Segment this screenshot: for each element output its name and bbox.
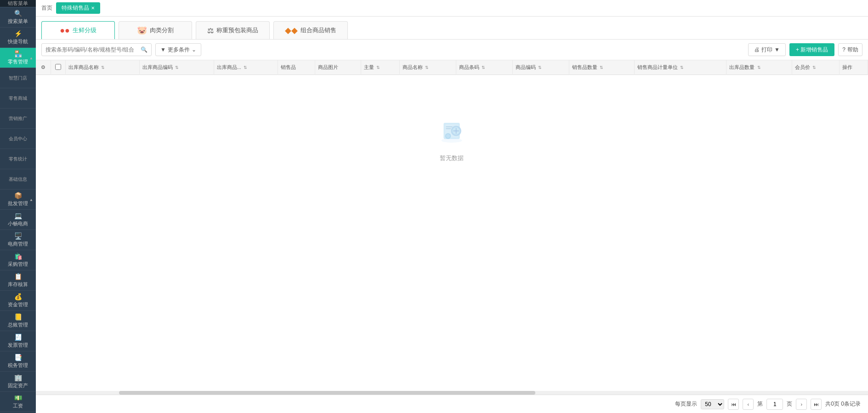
sidebar-item-search[interactable]: 🔍 搜索菜单 (0, 7, 36, 28)
tab-meat-cut[interactable]: 🐷 肉类分割 (119, 21, 192, 39)
purchase-icon: 🛍️ (14, 252, 22, 260)
invoice-icon: 🧾 (14, 333, 22, 341)
sidebar-item-quick[interactable]: ⚡ 快捷导航 (0, 28, 36, 48)
page-label-suffix: 页 (787, 400, 792, 408)
th-sale-qty-label: 销售品数量 (572, 64, 597, 70)
sort-icon-3: ⇅ (244, 65, 247, 70)
search-box[interactable]: 🔍 (41, 43, 152, 56)
page-number-input[interactable] (766, 399, 783, 410)
sort-icon-4: ⇅ (376, 65, 380, 70)
sidebar-item-label: 总账管理 (8, 321, 28, 328)
th-sale-qty[interactable]: 销售品数量 ⇅ (569, 60, 634, 75)
sidebar-item-ecom-mgmt[interactable]: 🖥️ 电商管理 (0, 230, 36, 250)
print-icon: 🖨 (754, 46, 760, 53)
toolbar-right: 🖨 打印 ▼ + 新增销售品 ? 帮助 (748, 43, 862, 56)
last-page-button[interactable]: ⏭ (811, 399, 822, 410)
th-checkbox[interactable] (51, 60, 65, 75)
next-page-button[interactable]: › (796, 399, 807, 410)
tab-close-icon[interactable]: ✕ (91, 6, 95, 11)
sidebar-item-basic-info-1[interactable]: 基础信息 (0, 169, 36, 189)
sidebar-item-marketing[interactable]: 营销推广 (0, 109, 36, 129)
fresh-grade-icon: ●● (60, 26, 70, 35)
th-sale-item-label: 销售品 (281, 64, 296, 70)
weight-package-icon: ⚖ (207, 26, 214, 35)
search-menu-icon: 🔍 (14, 10, 22, 17)
th-out-item[interactable]: 出库商品... ⇅ (214, 60, 278, 75)
sidebar-item-tax[interactable]: 📑 税务管理 (0, 351, 36, 372)
tab-fresh-grade[interactable]: ●● 生鲜分级 (41, 21, 115, 39)
th-out-qty-label: 出库品数量 (729, 64, 755, 70)
tab-weight-package[interactable]: ⚖ 称重预包装商品 (196, 21, 270, 39)
prev-page-button[interactable]: ‹ (743, 399, 754, 410)
sidebar-item-retail-stats[interactable]: 零售统计 (0, 149, 36, 169)
main-content: 首页 特殊销售品 ✕ ●● 生鲜分级 🐷 肉类分割 ⚖ 称重预包装商品 ◆◆ 组… (36, 0, 868, 413)
home-tab[interactable]: 首页 (41, 4, 52, 12)
sidebar-item-mall[interactable]: 零售商城 (0, 88, 36, 109)
tab-combo-sales[interactable]: ◆◆ 组合商品销售 (273, 21, 348, 39)
sort-icon-9: ⇅ (680, 65, 684, 70)
horizontal-scrollbar[interactable] (36, 391, 868, 395)
sidebar-item-member[interactable]: 会员中心 (0, 129, 36, 149)
tab-weight-package-label: 称重预包装商品 (216, 26, 258, 34)
th-sale-unit[interactable]: 销售商品计量单位 ⇅ (635, 60, 726, 75)
fixed-assets-icon: 🏢 (14, 374, 22, 381)
th-out-name[interactable]: 出库商品名称 ⇅ (65, 60, 140, 75)
th-goods-code[interactable]: 商品编码 ⇅ (512, 60, 569, 75)
top-bar: 首页 特殊销售品 ✕ (36, 0, 868, 17)
table-header-row: ⚙ 出库商品名称 ⇅ 出库商品编码 ⇅ 出库商品... ⇅ (36, 60, 868, 75)
search-icon[interactable]: 🔍 (141, 46, 148, 53)
sidebar-item-inventory[interactable]: 📋 库存核算 (0, 270, 36, 291)
sidebar-item-label: 税务管理 (8, 362, 28, 369)
sidebar-item-fixed-assets[interactable]: 🏢 固定资产 (0, 372, 36, 392)
quick-nav-icon: ⚡ (14, 30, 22, 37)
th-member-price[interactable]: 会员价 ⇅ (792, 60, 840, 75)
special-sales-tab[interactable]: 特殊销售品 ✕ (56, 2, 100, 14)
th-goods-code-label: 商品编码 (516, 64, 536, 70)
scrollbar-thumb[interactable] (119, 391, 535, 395)
th-goods-name[interactable]: 商品名称 ⇅ (399, 60, 456, 75)
tab-meat-cut-label: 肉类分割 (150, 26, 174, 34)
sidebar-item-purchase[interactable]: 🛍️ 采购管理 (0, 250, 36, 270)
finance-icon: 💰 (14, 293, 22, 300)
th-weight[interactable]: 主量 ⇅ (361, 60, 399, 75)
th-barcode[interactable]: 商品条码 ⇅ (456, 60, 512, 75)
filter-button[interactable]: ▼ 更多条件 ⌄ (155, 43, 201, 56)
th-out-code[interactable]: 出库商品编码 ⇅ (140, 60, 214, 75)
page-label-prefix: 第 (757, 400, 763, 408)
tab-combo-sales-label: 组合商品销售 (301, 26, 336, 34)
sidebar-item-ecom-small[interactable]: 💻 小畅电商 (0, 210, 36, 230)
sidebar-item-label: 搜索菜单 (8, 18, 28, 25)
empty-state: 暂无数据 (36, 75, 868, 199)
tab-label: 特殊销售品 (62, 4, 89, 12)
sidebar: 销客菜单 🔍 搜索菜单 ⚡ 快捷导航 🏪 零售管理 智慧门店 零售商城 营销推广… (0, 0, 36, 413)
th-settings[interactable]: ⚙ (36, 60, 51, 75)
search-input[interactable] (45, 46, 141, 53)
tab-fresh-grade-label: 生鲜分级 (73, 26, 96, 34)
help-button[interactable]: ? 帮助 (838, 43, 862, 56)
select-all-checkbox[interactable] (55, 64, 61, 70)
first-page-button[interactable]: ⏮ (728, 399, 739, 410)
filter-icon: ▼ (160, 46, 166, 53)
svg-rect-5 (446, 126, 452, 127)
sidebar-item-retail[interactable]: 🏪 零售管理 (0, 48, 36, 68)
per-page-select[interactable]: 50 10 20 100 (701, 399, 724, 409)
sidebar-item-salary[interactable]: 💵 工资 (0, 392, 36, 412)
page-area: ●● 生鲜分级 🐷 肉类分割 ⚖ 称重预包装商品 ◆◆ 组合商品销售 🔍 (36, 17, 868, 413)
toolbar: 🔍 ▼ 更多条件 ⌄ 🖨 打印 ▼ + 新增销售品 ? (36, 40, 868, 60)
sidebar-item-finance[interactable]: 💰 资金管理 (0, 291, 36, 311)
chevron-down-icon: ⌄ (192, 46, 196, 53)
sidebar-item-invoice[interactable]: 🧾 发票管理 (0, 331, 36, 351)
per-page-label: 每页显示 (675, 400, 697, 408)
add-button[interactable]: + 新增销售品 (789, 43, 834, 56)
th-out-name-label: 出库商品名称 (68, 64, 99, 70)
sidebar-item-ledger[interactable]: 📒 总账管理 (0, 311, 36, 331)
sidebar-item-label: 批发管理 (8, 200, 28, 207)
sidebar-item-smart-store[interactable]: 智慧门店 (0, 68, 36, 88)
sidebar-item-label: 发票管理 (8, 342, 28, 349)
data-table: ⚙ 出库商品名称 ⇅ 出库商品编码 ⇅ 出库商品... ⇅ (36, 60, 868, 199)
th-out-qty[interactable]: 出库品数量 ⇅ (726, 60, 792, 75)
print-button[interactable]: 🖨 打印 ▼ (748, 43, 786, 56)
print-dropdown-icon: ▼ (774, 46, 780, 53)
sidebar-item-wholesale[interactable]: 📦 批发管理 (0, 189, 36, 210)
sort-icon-11: ⇅ (812, 65, 816, 70)
